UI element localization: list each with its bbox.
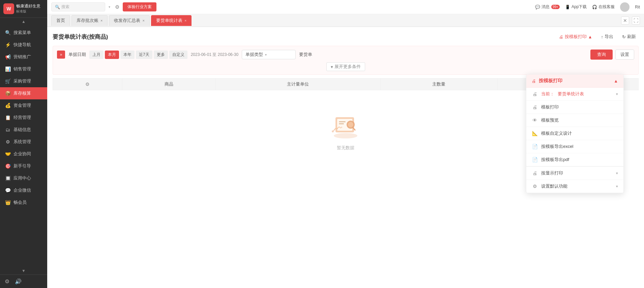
user-avatar[interactable] xyxy=(620,2,630,12)
filter-type-select[interactable]: 单据类型 ▾ xyxy=(242,50,296,59)
default-func-arrow: ▾ xyxy=(616,184,618,189)
sidebar-item-search[interactable]: 🔍 搜索菜单 xyxy=(0,27,47,39)
query-button[interactable]: 查询 xyxy=(590,50,613,60)
filter-expand-icon[interactable]: » xyxy=(57,51,65,59)
filter-date-7days[interactable]: 近7天 xyxy=(136,51,152,59)
sidebar-scroll-up[interactable]: ▲ xyxy=(0,18,47,25)
dropdown-header: 🖨 按模板打印 ▲ xyxy=(526,74,623,88)
col-settings[interactable]: ⚙ xyxy=(53,78,122,90)
filter-date-cur-year[interactable]: 本年 xyxy=(120,51,135,59)
settings-icon[interactable]: ⚙ xyxy=(5,278,9,285)
sidebar-item-basic[interactable]: 🗂 基础信息 xyxy=(0,124,47,136)
display-print-arrow: ▾ xyxy=(616,171,618,175)
table-settings-icon[interactable]: ⚙ xyxy=(85,82,90,87)
sidebar-item-apps[interactable]: 🔲 应用中心 xyxy=(0,172,47,184)
dropdown-export-excel[interactable]: 📄 按模板导出excel xyxy=(526,140,623,153)
export-btn[interactable]: ↑ 导出 xyxy=(598,32,616,41)
filter-date-group: 上月 本月 本年 近7天 更多 自定义 xyxy=(89,51,187,59)
col-product: 商品 xyxy=(122,78,216,90)
topbar: 🔍 搜索 ▾ ⚙ 体验行业方案 💬 消息 99+ 📱 App下载 🎧 在线客服 … xyxy=(47,0,644,14)
filter-date-prev-month[interactable]: 上月 xyxy=(89,51,104,59)
app-icon: 📱 xyxy=(565,5,570,9)
sidebar-item-finance[interactable]: 💰 资金管理 xyxy=(0,99,47,111)
tab-collection[interactable]: 收发存汇总表 × xyxy=(109,15,149,26)
dropdown-template-print[interactable]: 🖨 模板打印 xyxy=(526,101,623,114)
app-download-btn[interactable]: 📱 App下载 xyxy=(565,4,587,10)
dropdown-expand-icon[interactable]: ▲ xyxy=(614,78,618,84)
sidebar-item-sales[interactable]: 📊 销售管理 xyxy=(0,63,47,75)
tab-home-label: 首页 xyxy=(56,18,65,24)
filter-type-arrow: ▾ xyxy=(265,53,267,57)
tabs-maximize-btn[interactable]: ⛶ xyxy=(632,17,640,25)
sidebar-item-label: 新手引导 xyxy=(13,163,31,169)
empty-illustration xyxy=(329,110,362,141)
page-header: 要货单统计表(按商品) 🖨 按模板打印 ▲ ↑ 导出 ↻ 刷新 xyxy=(53,32,639,41)
sidebar-item-marketing[interactable]: 📢 营销推广 xyxy=(0,51,47,63)
sidebar-item-label: 畅会员 xyxy=(13,199,27,205)
dropdown-default-func[interactable]: ⚙ 设置默认功能 ▾ xyxy=(526,180,623,193)
filter-date-more[interactable]: 更多 xyxy=(154,51,168,59)
sidebar-item-wechat[interactable]: 💬 企业微信 xyxy=(0,184,47,196)
sidebar-item-corp[interactable]: 🤝 企业协同 xyxy=(0,148,47,160)
app-version: 标准版 xyxy=(16,9,40,14)
sidebar-item-operation[interactable]: 📋 经营管理 xyxy=(0,111,47,124)
sidebar-nav: 🔍 搜索菜单 ⚡ 快捷导航 📢 营销推广 📊 销售管理 🛒 采购管理 📦 库存核… xyxy=(0,25,47,267)
sidebar-item-label: 应用中心 xyxy=(13,175,31,181)
app-download-label: App下载 xyxy=(572,4,587,10)
current-arrow: ▾ xyxy=(616,92,618,96)
sidebar-item-inventory[interactable]: 📦 库存核算 xyxy=(0,87,47,99)
sidebar-item-system[interactable]: ⚙ 系统管理 xyxy=(0,136,47,148)
expand-more-button[interactable]: ▾ 展开更多条件 xyxy=(326,62,365,71)
username-label: Rit xyxy=(635,5,640,9)
filter-date-cur-month[interactable]: 本月 xyxy=(105,51,119,59)
dropdown-display-print[interactable]: 🖨 按显示打印 ▾ xyxy=(526,167,623,180)
svg-rect-6 xyxy=(339,121,346,122)
filter-date-custom[interactable]: 自定义 xyxy=(169,51,187,59)
dropdown-template-design[interactable]: 📐 模板自定义设计 xyxy=(526,127,623,140)
dropdown-template-preview[interactable]: 👁 模板预览 xyxy=(526,114,623,127)
dropdown-current[interactable]: 🖨 当前： 要货单统计表 ▾ xyxy=(526,88,623,101)
tab-batch[interactable]: 库存批次账 × xyxy=(71,15,108,26)
search-box[interactable]: 🔍 搜索 xyxy=(51,2,105,11)
setting-button[interactable]: 设置 xyxy=(615,50,634,60)
print-icon: 🖨 xyxy=(559,34,563,39)
messages-btn[interactable]: 💬 消息 99+ xyxy=(535,4,560,10)
print-label: 按模板打印 xyxy=(565,34,587,40)
sidebar-item-shortcut[interactable]: ⚡ 快捷导航 xyxy=(0,39,47,51)
tabs-close-btn[interactable]: ✕ xyxy=(621,17,629,25)
sound-icon[interactable]: 🔊 xyxy=(15,278,22,285)
dropdown-export-pdf[interactable]: 📄 按模板导出pdf xyxy=(526,153,623,166)
member-icon: 👑 xyxy=(5,200,11,205)
search-dropdown-icon[interactable]: ▾ xyxy=(109,5,110,9)
sidebar-item-label: 资金管理 xyxy=(13,102,31,108)
sidebar-item-guide[interactable]: 🎯 新手引导 xyxy=(0,160,47,172)
print-template-btn[interactable]: 🖨 按模板打印 ▲ xyxy=(556,32,595,41)
expand-icon: ▾ xyxy=(331,64,333,69)
default-func-label: 设置默认功能 xyxy=(541,183,567,189)
svg-point-9 xyxy=(341,127,342,128)
app-name: 畅康通好生意 xyxy=(16,4,40,9)
tab-batch-close[interactable]: × xyxy=(100,19,103,23)
refresh-btn[interactable]: ↻ 刷新 xyxy=(619,32,639,41)
sidebar-item-label: 搜索菜单 xyxy=(13,30,31,36)
sidebar-item-label: 企业协同 xyxy=(13,151,31,157)
sidebar-footer: ⚙ 🔊 xyxy=(0,275,47,288)
filter-date-range: 2023-06-01 至 2023-06-30 xyxy=(191,52,238,58)
trial-button[interactable]: 体验行业方案 xyxy=(123,2,156,11)
tab-home[interactable]: 首页 xyxy=(51,15,70,26)
tab-order-stats-close[interactable]: × xyxy=(184,19,186,23)
sidebar-item-label: 经营管理 xyxy=(13,115,31,121)
col-unit: 主计量单位 xyxy=(216,78,381,90)
topbar-gear-icon[interactable]: ⚙ xyxy=(115,4,119,10)
sidebar-item-purchase[interactable]: 🛒 采购管理 xyxy=(0,75,47,87)
tab-collection-close[interactable]: × xyxy=(142,19,144,23)
sidebar-scroll-down[interactable]: ▼ xyxy=(0,267,47,275)
sidebar-item-member[interactable]: 👑 畅会员 xyxy=(0,196,47,209)
shortcut-icon: ⚡ xyxy=(5,42,11,47)
page-title: 要货单统计表(按商品) xyxy=(53,33,108,41)
search-icon: 🔍 xyxy=(55,5,60,9)
tab-order-stats[interactable]: 要货单统计表 × xyxy=(151,15,192,26)
apps-icon: 🔲 xyxy=(5,175,11,181)
online-support-btn[interactable]: 🎧 在线客服 xyxy=(592,4,615,10)
search-icon: 🔍 xyxy=(5,30,11,35)
